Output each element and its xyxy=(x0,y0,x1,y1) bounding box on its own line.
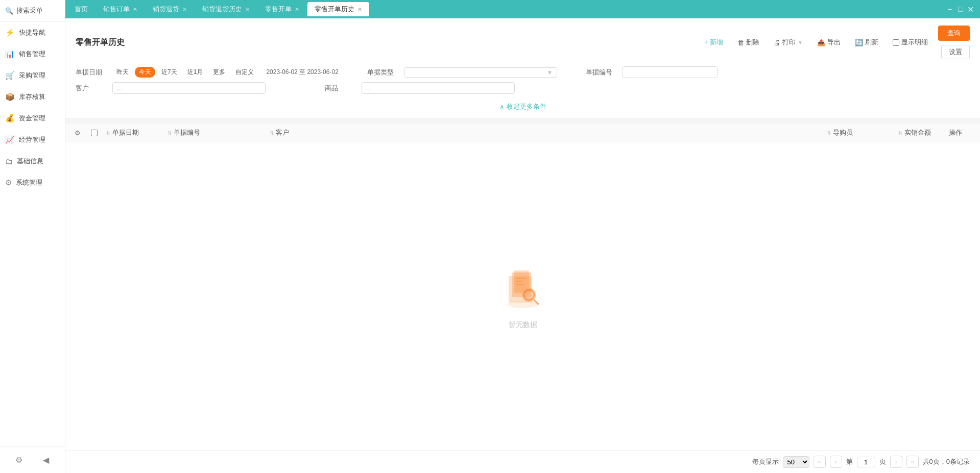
last-page-btn[interactable]: » xyxy=(906,456,919,468)
sidebar-settings-btn[interactable]: ⚙ xyxy=(11,452,27,468)
table-header: ⚙ ⇅ 单据日期 ⇅ 单据编号 ⇅ 客户 ⇅ 导购员 xyxy=(65,123,980,142)
tab-sales-return-history[interactable]: 销货退货历史 ✕ xyxy=(195,2,257,16)
page-suffix: 页 xyxy=(879,457,886,466)
sidebar-item-base-info[interactable]: 🗂 基础信息 xyxy=(0,151,65,172)
sidebar-item-inventory[interactable]: 📦 库存核算 xyxy=(0,86,65,108)
per-page-label: 每页显示 xyxy=(752,457,779,466)
sort-icon: ⇅ xyxy=(270,130,274,136)
display-detail-toggle[interactable]: 显示明细 xyxy=(889,36,932,49)
tab-sales-return-close[interactable]: ✕ xyxy=(182,7,187,12)
col-header-num[interactable]: ⇅ 单据编号 xyxy=(163,128,266,137)
select-all-checkbox[interactable] xyxy=(91,130,98,136)
sidebar-item-sales-mgmt[interactable]: 📊 销售管理 xyxy=(0,43,65,65)
sort-icon: ⇅ xyxy=(106,130,110,136)
page-title-row: 零售开单历史 + 新增 🗑 删除 🖨 打印 ▼ 📤 导出 xyxy=(76,26,970,59)
sales-icon: 📊 xyxy=(5,49,15,59)
tab-sales-order[interactable]: 销售订单 ✕ xyxy=(96,2,145,16)
page-number-input[interactable] xyxy=(857,457,875,467)
table-settings-btn[interactable]: ⚙ xyxy=(69,129,86,137)
sidebar-item-label: 销售管理 xyxy=(19,49,45,59)
refresh-icon: 🔄 xyxy=(855,39,863,46)
doc-type-select[interactable]: ▼ xyxy=(404,67,557,78)
base-info-icon: 🗂 xyxy=(5,157,13,166)
tab-sales-order-close[interactable]: ✕ xyxy=(133,7,137,12)
empty-icon xyxy=(497,263,548,314)
print-button[interactable]: 🖨 打印 ▼ xyxy=(770,36,807,49)
col-header-action: 操作 xyxy=(935,128,976,137)
goods-label: 商品 xyxy=(325,84,353,93)
table-select-all[interactable] xyxy=(86,130,102,136)
tab-sales-return-history-close[interactable]: ✕ xyxy=(245,7,250,12)
collapse-row: ∧ 收起更多条件 xyxy=(76,98,970,113)
tab-sales-return[interactable]: 销货退货 ✕ xyxy=(146,2,194,16)
tab-sales-return-history-label: 销货退货历史 xyxy=(202,5,242,14)
goods-select[interactable]: ... xyxy=(362,82,515,94)
doc-num-input[interactable] xyxy=(623,66,718,78)
col-header-customer[interactable]: ⇅ 客户 xyxy=(266,128,823,137)
svg-rect-8 xyxy=(516,281,523,282)
customer-placeholder: ... xyxy=(117,84,123,92)
sidebar-search[interactable]: 🔍 搜索采单 xyxy=(0,0,65,22)
doc-num-label: 单据编号 xyxy=(586,68,614,77)
tab-home[interactable]: 首页 xyxy=(67,2,95,16)
date-btn-7days[interactable]: 近7天 xyxy=(157,67,181,78)
date-btn-custom[interactable]: 自定义 xyxy=(231,67,258,78)
tab-retail-history-close[interactable]: ✕ xyxy=(357,7,362,12)
empty-state: 暂无数据 xyxy=(65,142,980,450)
date-btn-yesterday[interactable]: 昨天 xyxy=(112,67,133,78)
goods-placeholder: ... xyxy=(366,84,372,92)
tab-retail-open-close[interactable]: ✕ xyxy=(295,7,299,12)
tab-retail-open[interactable]: 零售开单 ✕ xyxy=(258,2,306,16)
date-btn-today[interactable]: 今天 xyxy=(135,67,155,78)
date-label: 单据日期 xyxy=(76,68,104,77)
date-btn-1month[interactable]: 近1月 xyxy=(183,67,207,78)
customer-select[interactable]: ... xyxy=(112,82,266,94)
collapse-btn[interactable]: ∧ 收起更多条件 xyxy=(499,100,546,113)
sidebar-item-purchase-mgmt[interactable]: 🛒 采购管理 xyxy=(0,65,65,86)
sidebar-item-system[interactable]: ⚙ 系统管理 xyxy=(0,172,65,193)
filter-area: 单据日期 昨天 今天 近7天 近1月 更多 自定义 2023-06-02 至 2… xyxy=(76,66,970,118)
col-header-amount[interactable]: ⇅ 实销金额 xyxy=(874,128,935,137)
tab-retail-history[interactable]: 零售开单历史 ✕ xyxy=(307,2,369,16)
window-minimize-btn[interactable]: － xyxy=(946,4,954,15)
tab-retail-open-label: 零售开单 xyxy=(265,5,292,14)
add-button[interactable]: + 新增 xyxy=(700,36,727,49)
per-page-select[interactable]: 50 20 100 xyxy=(783,456,809,468)
tab-sales-return-label: 销货退货 xyxy=(153,5,179,14)
window-close-btn[interactable]: ✕ xyxy=(967,5,974,14)
tab-bar: 首页 销售订单 ✕ 销货退货 ✕ 销货退货历史 ✕ 零售开单 ✕ 零售开单历史 … xyxy=(65,0,980,18)
sidebar-footer: ⚙ ◀ xyxy=(0,446,65,473)
date-btn-more[interactable]: 更多 xyxy=(209,67,229,78)
collapse-up-icon: ∧ xyxy=(499,103,505,111)
customer-label: 客户 xyxy=(76,84,104,93)
search-icon: 🔍 xyxy=(5,7,13,15)
col-header-date[interactable]: ⇅ 单据日期 xyxy=(102,128,163,137)
window-maximize-btn[interactable]: □ xyxy=(958,5,963,14)
delete-button[interactable]: 🗑 删除 xyxy=(733,36,763,49)
print-dropdown-icon: ▼ xyxy=(798,40,803,45)
sidebar-collapse-btn[interactable]: ◀ xyxy=(38,452,54,468)
export-button[interactable]: 📤 导出 xyxy=(813,36,845,49)
sidebar-nav: ⚡ 快捷导航 📊 销售管理 🛒 采购管理 📦 库存核算 💰 资金管理 📈 经营管… xyxy=(0,22,65,446)
refresh-button[interactable]: 🔄 刷新 xyxy=(851,36,882,49)
first-page-btn[interactable]: « xyxy=(814,456,826,468)
doc-type-arrow-icon: ▼ xyxy=(547,69,553,76)
next-page-btn[interactable]: › xyxy=(890,456,902,468)
sidebar-item-quick-nav[interactable]: ⚡ 快捷导航 xyxy=(0,22,65,43)
delete-icon: 🗑 xyxy=(737,39,744,46)
sidebar-item-label: 快捷导航 xyxy=(19,28,45,37)
display-detail-checkbox[interactable] xyxy=(893,39,899,46)
sidebar-item-operations[interactable]: 📈 经营管理 xyxy=(0,129,65,151)
sidebar-item-finance[interactable]: 💰 资金管理 xyxy=(0,108,65,129)
sort-icon: ⇅ xyxy=(827,130,831,136)
svg-rect-9 xyxy=(516,284,524,285)
setting-button[interactable]: 设置 xyxy=(941,45,970,59)
system-icon: ⚙ xyxy=(5,178,12,187)
query-buttons: 查询 设置 xyxy=(938,26,970,59)
date-filter-btns: 昨天 今天 近7天 近1月 更多 自定义 xyxy=(112,67,258,78)
col-header-guide[interactable]: ⇅ 导购员 xyxy=(823,128,874,137)
sidebar-item-label: 采购管理 xyxy=(19,71,45,80)
query-button[interactable]: 查询 xyxy=(938,26,970,41)
sidebar-item-label: 经营管理 xyxy=(19,135,45,144)
prev-page-btn[interactable]: ‹ xyxy=(830,456,842,468)
